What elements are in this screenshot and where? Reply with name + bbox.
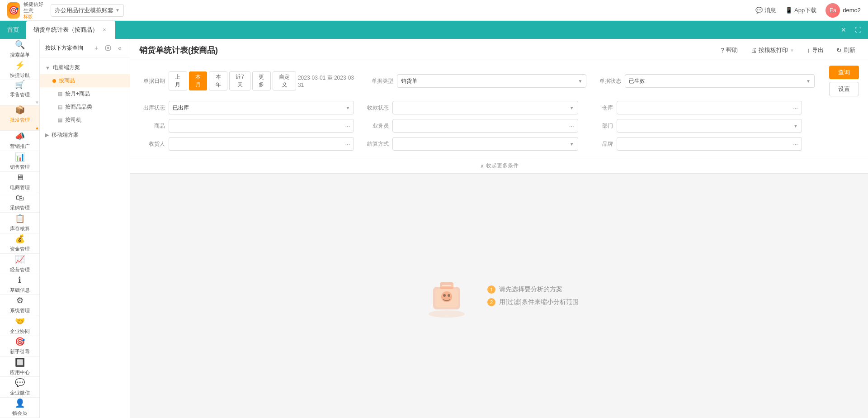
tab-home[interactable]: 首页 — [0, 21, 26, 39]
sidebar-search-menu[interactable]: 🔍 搜索菜单 — [0, 39, 39, 59]
settings-button[interactable]: 设置 — [829, 82, 859, 96]
tree-item-by-product[interactable]: 按商品 — [40, 74, 130, 87]
sidebar-item-inventory[interactable]: 📋 库存核算 — [0, 213, 39, 233]
wholesale-icon: 📦 — [15, 105, 25, 115]
tree-section-desktop-header[interactable]: ▼ 电脑端方案 — [40, 61, 130, 74]
tab-close-icon[interactable]: × — [101, 26, 108, 33]
apps-icon: 🔲 — [15, 357, 25, 367]
empty-tip-2: 2 用[过滤]条件来缩小分析范围 — [487, 298, 579, 306]
print-icon: 🖨 — [750, 47, 757, 54]
operations-label: 经营管理 — [10, 266, 30, 273]
filter-recipient-label: 收货人 — [139, 140, 169, 148]
collapse-more-bar[interactable]: ∧ 收起更多条件 — [130, 158, 868, 173]
scheme-panel-actions: + « — [92, 43, 124, 52]
warehouse-ellipsis-icon: ··· — [793, 104, 798, 111]
filter-settlement-control[interactable]: ▼ — [392, 137, 578, 151]
tree-section-mobile: ▶ 移动端方案 — [40, 128, 130, 142]
sidebar-quick-nav[interactable]: ⚡ 快捷导航 — [0, 59, 39, 80]
tree-item-by-month-product[interactable]: ▦ 按月+商品 — [40, 87, 130, 100]
collapse-up-icon: ∧ — [480, 163, 484, 169]
tree-item-by-category[interactable]: ▤ 按商品品类 — [40, 100, 130, 114]
sidebar-item-wholesale[interactable]: 📦 批发管理 ▲ — [0, 105, 39, 131]
filter-doc-status-value: 已生效 — [629, 77, 645, 85]
filter-salesperson-label: 业务员 — [363, 122, 392, 130]
filter-doc-status-control[interactable]: 已生效 ▼ — [625, 74, 815, 88]
messages-button[interactable]: 💬 消息 — [755, 6, 776, 14]
sidebar-item-apps[interactable]: 🔲 应用中心 — [0, 356, 39, 377]
app-logo-icon: 🎯 — [7, 2, 20, 19]
filter-department-label: 部门 — [587, 122, 617, 130]
sidebar-item-basics[interactable]: ℹ 基础信息 — [0, 274, 39, 294]
purchase-label: 采购管理 — [10, 204, 30, 211]
sidebar-item-purchase[interactable]: 🛍 采购管理 — [0, 192, 39, 213]
message-icon: 💬 — [755, 7, 763, 14]
sidebar-item-system[interactable]: ⚙ 系统管理 — [0, 295, 39, 315]
filter-warehouse-control[interactable]: ··· — [617, 101, 802, 114]
sidebar-item-retail[interactable]: 🛒 零售管理 ▼ — [0, 80, 39, 105]
filter-salesperson-control[interactable]: ··· — [392, 119, 578, 133]
scheme-add-button[interactable]: + — [92, 43, 101, 52]
member-icon: 👤 — [15, 398, 25, 408]
tree-section-mobile-header[interactable]: ▶ 移动端方案 — [40, 128, 130, 142]
tab-fullscreen-button[interactable]: ⛶ — [852, 24, 864, 36]
filter-item-salesperson: 业务员 ··· — [363, 119, 578, 133]
page-header-actions: ? 帮助 🖨 按模板打印 ▼ ↓ 导出 ↻ — [717, 44, 859, 56]
department-arrow-icon: ▼ — [793, 124, 798, 128]
scheme-panel-header: 按以下方案查询 + « — [40, 39, 130, 57]
filter-product-control[interactable]: ··· — [169, 119, 354, 133]
sidebar-item-guide[interactable]: 🎯 新手引导 — [0, 336, 39, 356]
template-print-button[interactable]: 🖨 按模板打印 ▼ — [747, 44, 798, 56]
user-avatar-area[interactable]: Ea demo2 — [826, 3, 861, 18]
export-label: 导出 — [812, 46, 824, 54]
empty-image — [420, 269, 474, 323]
svg-point-2 — [429, 310, 465, 318]
date-btn-more[interactable]: 更多 — [252, 71, 271, 90]
date-btn-custom[interactable]: 自定义 — [273, 71, 296, 90]
help-button[interactable]: ? 帮助 — [717, 44, 741, 56]
sidebar-item-member[interactable]: 👤 畅会员 — [0, 398, 39, 418]
filter-recipient-control[interactable]: ··· — [169, 137, 354, 151]
filter-out-status-control[interactable]: 已出库 ▼ — [169, 101, 354, 114]
tab-bar-actions: ✕ ⛶ — [837, 24, 868, 36]
tab-sales-stats[interactable]: 销货单统计表（按商品） × — [26, 21, 115, 39]
tab-close-all-button[interactable]: ✕ — [837, 24, 850, 36]
marketing-label: 营销推广 — [10, 143, 30, 150]
app-download-button[interactable]: 📱 App下载 — [785, 6, 816, 14]
avatar: Ea — [826, 3, 840, 18]
sidebar-item-marketing[interactable]: 📣 营销推广 — [0, 131, 39, 151]
tree-item-by-driver[interactable]: ▦ 按司机 — [40, 114, 130, 127]
tree-item-by-month-product-label: 按月+商品 — [65, 90, 90, 98]
main-layout: 🔍 搜索菜单 ⚡ 快捷导航 🛒 零售管理 ▼ 📦 批发管理 ▲ 📣 营销推广 📊… — [0, 39, 868, 418]
sidebar-item-ecommerce[interactable]: 🖥 电商管理 — [0, 172, 39, 192]
scheme-edit-button[interactable] — [104, 43, 113, 52]
filter-doc-status-label: 单据状态 — [595, 77, 625, 85]
filter-payment-status-control[interactable]: ▼ — [392, 101, 578, 114]
date-btn-this-year[interactable]: 本年 — [209, 71, 227, 90]
member-label: 畅会员 — [12, 410, 27, 417]
export-button[interactable]: ↓ 导出 — [803, 44, 827, 56]
filter-out-status-value: 已出库 — [173, 104, 189, 112]
date-btn-this-month[interactable]: 本月 — [189, 71, 208, 90]
scheme-collapse-button[interactable]: « — [115, 43, 124, 52]
page-title: 销货单统计表(按商品) — [139, 45, 218, 56]
date-btn-last-month[interactable]: 上月 — [169, 71, 187, 90]
filter-brand-control[interactable]: ··· — [617, 137, 802, 151]
logo-area: 🎯 畅捷信好生意 标版 — [7, 1, 47, 20]
sidebar-item-sales[interactable]: 📊 销售管理 — [0, 151, 39, 171]
industry-selector[interactable]: 办公用品行业模拟账套 ▼ — [51, 4, 124, 17]
basics-label: 基础信息 — [10, 287, 30, 294]
recipient-ellipsis-icon: ··· — [345, 141, 350, 147]
filter-doc-type-control[interactable]: 销货单 ▼ — [397, 74, 587, 88]
refresh-button[interactable]: ↻ 刷新 — [833, 44, 859, 56]
sidebar-item-finance[interactable]: 💰 资金管理 — [0, 233, 39, 254]
filter-department-control[interactable]: ▼ — [617, 119, 802, 133]
query-button[interactable]: 查询 — [829, 66, 859, 79]
sidebar-item-wechat[interactable]: 💬 企业微信 — [0, 377, 39, 397]
sidebar-item-collab[interactable]: 🤝 企业协同 — [0, 315, 39, 336]
export-icon: ↓ — [807, 47, 810, 54]
collapse-more-label: 收起更多条件 — [486, 162, 519, 170]
filter-date-controls: 上月 本月 本年 近7天 更多 自定义 2023-03-01 至 2023-03… — [169, 71, 359, 90]
sidebar-item-operations[interactable]: 📈 经营管理 — [0, 254, 39, 274]
app-download-label: App下载 — [794, 6, 816, 14]
date-btn-last-7-days[interactable]: 近7天 — [229, 71, 250, 90]
